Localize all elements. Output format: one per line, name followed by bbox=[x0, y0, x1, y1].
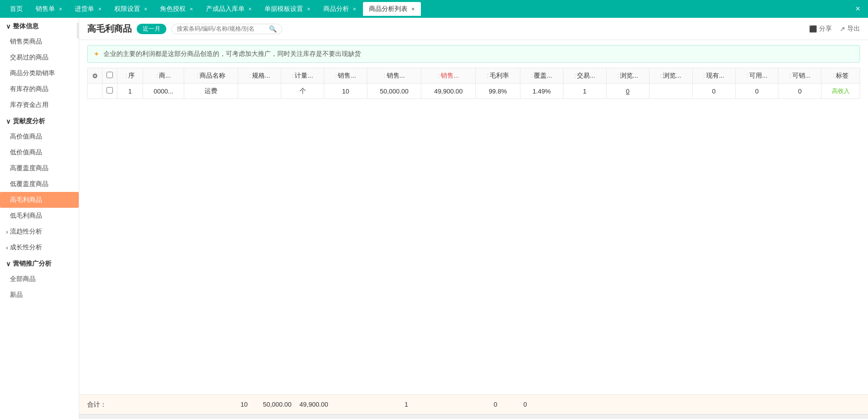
sidebar-item-traded-goods[interactable]: 交易过的商品 bbox=[0, 49, 79, 65]
cell-coverage: 1.49% bbox=[520, 84, 563, 99]
sidebar-item-high-coverage[interactable]: 高覆盖度商品 bbox=[0, 160, 79, 176]
col-sales-qty: :销售... bbox=[324, 68, 367, 84]
close-icon[interactable]: × bbox=[98, 6, 101, 12]
col-trade: :交易... bbox=[563, 68, 606, 84]
col-name: :商品名称 bbox=[184, 68, 238, 84]
close-icon[interactable]: × bbox=[249, 6, 252, 12]
col-spec: :规格... bbox=[238, 68, 281, 84]
tab-home[interactable]: 首页 bbox=[4, 2, 29, 16]
cell-unit: 个 bbox=[281, 84, 324, 99]
top-nav: 首页 销售单 × 进货单 × 权限设置 × 角色授权 × 产成品入库单 × 单据… bbox=[0, 0, 868, 18]
footer-empty7 bbox=[421, 401, 451, 408]
cell-settings bbox=[88, 84, 102, 99]
search-icon[interactable]: 🔍 bbox=[269, 25, 277, 33]
close-icon[interactable]: × bbox=[353, 6, 356, 12]
cell-sales-amt: 50,000.00 bbox=[367, 84, 421, 99]
footer-empty3 bbox=[170, 401, 200, 408]
col-available: :可用... bbox=[735, 68, 778, 84]
tab-purchase[interactable]: 进货单 × bbox=[69, 2, 107, 16]
tab-product-storage[interactable]: 产成品入库单 × bbox=[200, 2, 257, 16]
sidebar-item-all-goods[interactable]: 全部商品 bbox=[0, 271, 79, 287]
close-icon[interactable]: × bbox=[190, 6, 193, 12]
window-close-button[interactable]: × bbox=[852, 4, 864, 13]
close-icon[interactable]: × bbox=[307, 6, 310, 12]
footer-trade: 1 bbox=[392, 401, 421, 408]
info-icon: ✦ bbox=[94, 50, 100, 58]
col-browse2: :浏览... bbox=[649, 68, 692, 84]
sidebar-collapse-button[interactable]: « bbox=[77, 23, 79, 39]
footer-cells: 10 50,000.00 49,900.00 1 0 0 bbox=[110, 401, 860, 408]
chevron-down-icon: ∨ bbox=[6, 23, 11, 30]
footer-available: 0 bbox=[511, 401, 540, 408]
cell-browse2 bbox=[649, 84, 692, 99]
chevron-down-icon: ∨ bbox=[6, 118, 11, 125]
sidebar-group-marketing[interactable]: ∨ 营销推广分析 bbox=[0, 255, 79, 271]
sidebar-item-high-value[interactable]: 高价值商品 bbox=[0, 129, 79, 144]
col-current: :现有... bbox=[692, 68, 735, 84]
cell-check[interactable] bbox=[102, 84, 117, 99]
footer-sales-profit: 49,900.00 bbox=[296, 401, 332, 408]
sidebar-item-new-goods[interactable]: 新品 bbox=[0, 287, 79, 303]
footer-empty5 bbox=[332, 401, 362, 408]
sidebar-item-stock-capital[interactable]: 库存资金占用 bbox=[0, 97, 79, 113]
close-icon[interactable]: × bbox=[144, 6, 147, 12]
cell-sales-qty: 10 bbox=[324, 84, 367, 99]
content-header: 高毛利商品 近一月 🔍 ⬛ 分享 ↗ 导出 bbox=[79, 18, 868, 40]
col-check bbox=[102, 68, 117, 84]
chevron-down-icon: ∨ bbox=[6, 260, 11, 268]
tab-roles[interactable]: 角色授权 × bbox=[154, 2, 199, 16]
footer-sales-qty: 10 bbox=[229, 401, 259, 408]
share-icon: ⬛ bbox=[809, 25, 817, 33]
footer-current: 0 bbox=[481, 401, 511, 408]
sidebar-item-low-value[interactable]: 低价值商品 bbox=[0, 144, 79, 160]
data-table: ⚙ :序 :商... :商品名称 :规格... :计量... :销售... :销… bbox=[87, 68, 860, 99]
cell-browse1[interactable]: 0 bbox=[606, 84, 649, 99]
sidebar: « ∨ 整体信息 销售类商品 交易过的商品 商品分类助销率 有库存的商品 库存资… bbox=[0, 18, 79, 419]
content-area: 高毛利商品 近一月 🔍 ⬛ 分享 ↗ 导出 ✦ 企业的主要的利润都是这部分商品创… bbox=[79, 18, 868, 419]
tab-product-analysis-list[interactable]: 商品分析列表 × bbox=[363, 2, 420, 16]
footer-empty8 bbox=[451, 401, 481, 408]
col-unit: :计量... bbox=[281, 68, 324, 84]
search-input[interactable] bbox=[177, 25, 266, 32]
footer-sales-amt: 50,000.00 bbox=[259, 401, 296, 408]
table-footer: 合计： 10 50,000.00 49,900.00 1 0 0 bbox=[79, 394, 868, 414]
info-banner: ✦ 企业的主要的利润都是这部分商品创造的，可考虑加大推广，同时关注库存是不要出现… bbox=[87, 45, 860, 63]
sidebar-item-sales-goods[interactable]: 销售类商品 bbox=[0, 34, 79, 49]
sidebar-item-category-rate[interactable]: 商品分类助销率 bbox=[0, 65, 79, 81]
col-saleable: :可销... bbox=[778, 68, 821, 84]
cell-name: 运费 bbox=[184, 84, 238, 99]
export-button[interactable]: ↗ 导出 bbox=[840, 24, 860, 33]
close-icon[interactable]: × bbox=[59, 6, 62, 12]
share-button[interactable]: ⬛ 分享 bbox=[809, 24, 832, 33]
tab-permissions[interactable]: 权限设置 × bbox=[108, 2, 153, 16]
header-actions: ⬛ 分享 ↗ 导出 bbox=[809, 24, 860, 33]
sidebar-group-growth[interactable]: › 成长性分析 bbox=[0, 239, 79, 255]
sidebar-item-low-margin[interactable]: 低毛利商品 bbox=[0, 208, 79, 224]
col-browse1: :浏览... bbox=[606, 68, 649, 84]
sidebar-group-overall[interactable]: ∨ 整体信息 bbox=[0, 18, 79, 34]
sidebar-group-trend[interactable]: › 流趋性分析 bbox=[0, 224, 79, 239]
footer-label: 合计： bbox=[87, 400, 106, 409]
col-sales-amt: :销售... bbox=[367, 68, 421, 84]
cell-tag: 高收入 bbox=[821, 84, 860, 99]
col-tag: :标签 bbox=[821, 68, 860, 84]
select-all-checkbox[interactable] bbox=[106, 72, 113, 78]
tab-sales-order[interactable]: 销售单 × bbox=[30, 2, 68, 16]
bottom-scrollbar[interactable] bbox=[79, 414, 868, 419]
sidebar-item-low-coverage[interactable]: 低覆盖度商品 bbox=[0, 176, 79, 192]
footer-empty4 bbox=[200, 401, 229, 408]
row-checkbox[interactable] bbox=[106, 87, 113, 93]
tab-product-analysis[interactable]: 商品分析 × bbox=[317, 2, 362, 16]
sidebar-group-contribution[interactable]: ∨ 贡献度分析 bbox=[0, 113, 79, 129]
time-filter-button[interactable]: 近一月 bbox=[137, 24, 166, 34]
main-layout: « ∨ 整体信息 销售类商品 交易过的商品 商品分类助销率 有库存的商品 库存资… bbox=[0, 18, 868, 419]
export-icon: ↗ bbox=[840, 25, 845, 33]
col-settings[interactable]: ⚙ bbox=[88, 68, 102, 84]
close-icon[interactable]: × bbox=[411, 6, 414, 12]
sidebar-item-high-margin[interactable]: 高毛利商品 bbox=[0, 192, 79, 208]
table-container[interactable]: ⚙ :序 :商... :商品名称 :规格... :计量... :销售... :销… bbox=[79, 63, 868, 394]
sidebar-item-stocked-goods[interactable]: 有库存的商品 bbox=[0, 81, 79, 97]
cell-saleable: 0 bbox=[778, 84, 821, 99]
footer-empty6 bbox=[362, 401, 392, 408]
tab-template[interactable]: 单据模板设置 × bbox=[258, 2, 316, 16]
